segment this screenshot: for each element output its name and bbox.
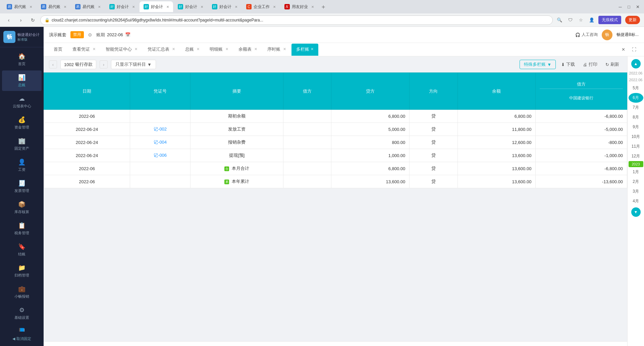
tab-close-voucher-summary[interactable]: ✕ — [172, 47, 175, 51]
settings-gear-icon[interactable]: ⚙ — [88, 32, 92, 38]
sidebar-item-home[interactable]: 🏠 首页 — [2, 49, 42, 70]
scroll-up-button[interactable]: ▲ — [631, 59, 641, 68]
tab-sequential[interactable]: 序时账 ✕ — [263, 44, 291, 56]
shield-icon[interactable]: 🛡 — [566, 16, 574, 24]
tab-close-view-voucher[interactable]: ✕ — [93, 47, 96, 51]
cal-month-10[interactable]: 10月 — [629, 132, 643, 142]
tab-haohuiji-3[interactable]: 好 好会计 ✕ — [208, 1, 241, 12]
search-icon[interactable]: 🔍 — [555, 16, 564, 24]
sidebar-item-tax[interactable]: 📋 税务管理 — [2, 218, 42, 239]
tab-close-4[interactable]: ✕ — [132, 5, 135, 9]
tab-label-7: 好会计 — [219, 4, 231, 10]
tab-close-6[interactable]: ✕ — [201, 5, 203, 9]
tab-close-multicolumn[interactable]: ✕ — [311, 47, 314, 51]
close-window-button[interactable]: ✕ — [634, 3, 641, 10]
cal-month-2023-3[interactable]: 3月 — [629, 187, 643, 196]
tab-yidaizhang-3[interactable]: 易 易代账 ✕ — [71, 1, 105, 12]
maximize-button[interactable]: □ — [625, 3, 633, 10]
tab-close-sequential[interactable]: ✕ — [283, 47, 286, 51]
addr-icons: 🔍 🛡 ☆ 👤 无痕模式 更新 — [555, 16, 640, 24]
sidebar-item-fund[interactable]: 💰 资金管理 — [2, 113, 42, 133]
tab-enterprise[interactable]: C 企业工作 ✕ — [242, 1, 280, 12]
cell-voucher-1[interactable]: 记-002 — [130, 123, 191, 136]
horizontal-scrollbar[interactable] — [44, 341, 627, 346]
tab-view-voucher[interactable]: 查看凭证 ✕ — [68, 44, 100, 56]
new-tab-button[interactable]: ＋ — [319, 2, 328, 11]
expand-tabs-button[interactable]: ⛶ — [629, 45, 639, 54]
sidebar-item-assets[interactable]: 🏢 固定资产 — [2, 134, 42, 154]
cal-month-11[interactable]: 11月 — [629, 142, 643, 151]
minimize-button[interactable]: ─ — [616, 3, 624, 10]
refresh-data-button[interactable]: ↻ 刷新 — [603, 60, 622, 69]
tab-smart-center[interactable]: 智能凭证中心 ✕ — [101, 44, 142, 56]
no-trace-button[interactable]: 无痕模式 — [598, 16, 621, 24]
sidebar-item-expense[interactable]: 💼 小畅报销 — [2, 282, 42, 302]
tab-yidaizhang-1[interactable]: 易 易代账 ✕ — [3, 1, 36, 12]
sidebar-label-close: 结账 — [18, 252, 25, 257]
tab-yonyou[interactable]: 友 用友好业 ✕ — [280, 1, 318, 12]
special-multicolumn-button[interactable]: 特殊多栏账 ▼ — [520, 60, 556, 69]
download-button[interactable]: ⬇ 下载 — [558, 60, 578, 69]
sidebar-item-close[interactable]: 🔖 结账 — [2, 240, 42, 260]
sidebar-item-ledger[interactable]: 📊 总账 — [2, 70, 42, 91]
tab-balance[interactable]: 余额表 ✕ — [234, 44, 262, 56]
tab-yidaizhang-2[interactable]: 易 易代账 ✕ — [37, 1, 70, 12]
tab-close-8[interactable]: ✕ — [273, 5, 276, 9]
cal-month-2023-4[interactable]: 4月 — [629, 196, 643, 206]
sidebar-label-home: 首页 — [18, 61, 25, 66]
tab-close-balance[interactable]: ✕ — [254, 47, 257, 51]
sidebar-item-archive[interactable]: 📁 归档管理 — [2, 261, 42, 281]
cal-month-7[interactable]: 7月 — [629, 103, 643, 112]
sidebar-item-settings[interactable]: ⚙ 基础设置 — [2, 303, 42, 324]
print-button[interactable]: 🖨 打印 — [580, 60, 600, 69]
collapse-tabs-button[interactable]: ✕ — [619, 45, 628, 54]
cal-month-12[interactable]: 12月 — [629, 151, 643, 161]
tab-detail-ledger[interactable]: 明细账 ✕ — [205, 44, 233, 56]
sidebar-item-salary[interactable]: 👤 工资 — [2, 155, 42, 176]
prev-account-button[interactable]: ‹ — [49, 60, 57, 68]
tab-haohuiji-2[interactable]: 好 好会计 ✕ — [174, 1, 207, 12]
tab-close-9[interactable]: ✕ — [311, 5, 314, 9]
next-account-button[interactable]: › — [100, 60, 108, 68]
consult-button[interactable]: 🎧 人工咨询 — [575, 32, 598, 38]
sidebar-item-guide[interactable]: 📘 新手引导 — [2, 324, 42, 332]
tab-voucher-summary[interactable]: 凭证汇总表 ✕ — [143, 44, 180, 56]
forward-button[interactable]: › — [16, 15, 25, 25]
cell-voucher-2[interactable]: 记-004 — [130, 136, 191, 149]
back-button[interactable]: ‹ — [4, 15, 13, 25]
cal-month-5[interactable]: 5月 — [629, 83, 643, 93]
tab-haohuiji-active[interactable]: 好 好会计 ✕ — [140, 1, 173, 12]
tab-close-7[interactable]: ✕ — [235, 5, 237, 9]
cal-month-6-active[interactable]: 6月 — [629, 93, 643, 103]
refresh-button[interactable]: ↻ — [28, 15, 38, 25]
tab-home[interactable]: 首页 — [49, 44, 67, 56]
cal-month-9[interactable]: 9月 — [629, 122, 643, 132]
tab-general-ledger[interactable]: 总账 ✕ — [180, 44, 204, 56]
cal-month-2023-1[interactable]: 1月 — [629, 167, 643, 177]
tab-haohuiji-1[interactable]: 好 好会计 ✕ — [105, 1, 139, 12]
tab-close-3[interactable]: ✕ — [98, 5, 101, 9]
sidebar-item-invoice[interactable]: 🧾 发票管理 — [2, 176, 42, 197]
url-bar[interactable]: 🔒 cloud2.chanjet.com/accounting/uh26t264… — [40, 15, 553, 25]
tab-close-1[interactable]: ✕ — [30, 5, 32, 9]
cal-month-8[interactable]: 8月 — [629, 112, 643, 122]
cell-voucher-3[interactable]: 记-006 — [130, 149, 191, 162]
filter-dropdown[interactable]: 只显示下级科目 ▼ — [111, 60, 156, 69]
tab-close-smart-center[interactable]: ✕ — [135, 47, 138, 51]
star-icon[interactable]: ☆ — [577, 16, 585, 24]
tab-close-2[interactable]: ✕ — [64, 5, 66, 9]
update-button[interactable]: 更新 — [625, 16, 640, 24]
cal-month-2023-2[interactable]: 2月 — [629, 177, 643, 187]
account-selector[interactable]: 1002 银行存款 — [60, 60, 96, 69]
tab-close-detail-ledger[interactable]: ✕ — [225, 47, 228, 51]
scroll-down-button[interactable]: ▼ — [631, 207, 641, 217]
tab-close-general-ledger[interactable]: ✕ — [197, 47, 200, 51]
sidebar-item-inventory[interactable]: 📦 库存核算 — [2, 197, 42, 218]
sidebar-item-cloud[interactable]: ☁ 云报表中心 — [2, 92, 42, 112]
tab-close-5[interactable]: ✕ — [166, 5, 169, 9]
tab-multicolumn[interactable]: 多栏账 ✕ — [291, 44, 318, 56]
calendar-icon[interactable]: 📅 — [125, 32, 130, 37]
period-label: 账期 2022-06 📅 — [96, 32, 130, 38]
profile-icon[interactable]: 👤 — [588, 16, 596, 24]
unfix-button[interactable]: ◀ 取消固定 — [2, 334, 42, 343]
